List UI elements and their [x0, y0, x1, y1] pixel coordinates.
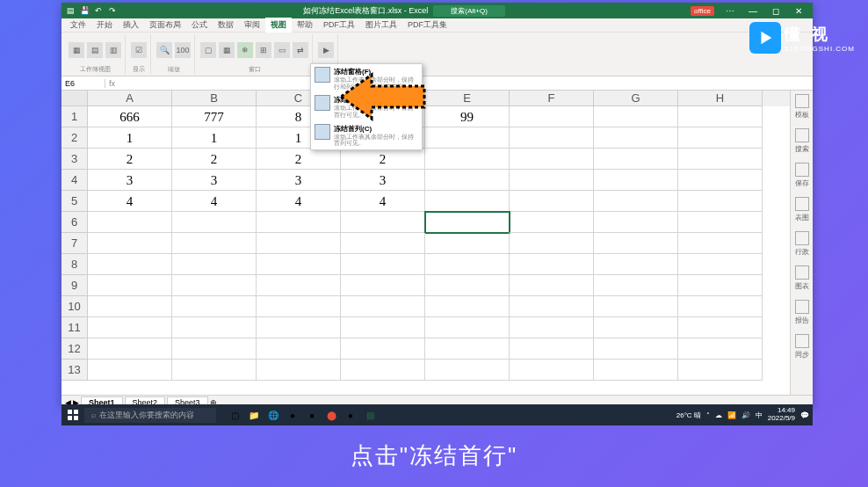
- cell[interactable]: [172, 360, 257, 381]
- cell[interactable]: 3: [257, 170, 341, 191]
- cell[interactable]: [594, 106, 678, 127]
- tray-cloud-icon[interactable]: ☁: [715, 411, 722, 419]
- cell[interactable]: 3: [341, 170, 425, 191]
- split-icon[interactable]: ⊞: [256, 42, 271, 58]
- cell[interactable]: [88, 360, 172, 381]
- cell[interactable]: [594, 275, 678, 296]
- cell[interactable]: [510, 212, 594, 233]
- tab-layout[interactable]: 页面布局: [144, 18, 186, 33]
- row-header[interactable]: 7: [61, 233, 88, 254]
- panel-search[interactable]: 搜索: [793, 128, 811, 154]
- row-header[interactable]: 2: [61, 127, 88, 149]
- row-header[interactable]: 10: [61, 296, 88, 317]
- app1-icon[interactable]: ●: [285, 407, 300, 423]
- cell[interactable]: [678, 317, 763, 338]
- cell[interactable]: [425, 275, 510, 296]
- taskbar-search[interactable]: ⌕ 在这里输入你要搜索的内容: [84, 408, 216, 423]
- cell[interactable]: 777: [172, 106, 257, 127]
- cell[interactable]: [257, 275, 341, 296]
- freeze-top-row-item[interactable]: 冻结首行(R)滚动工作表其余部分时，保持首行可见。: [311, 92, 422, 120]
- cell[interactable]: 1: [172, 127, 257, 149]
- task-view-icon[interactable]: ▢: [227, 407, 242, 423]
- excel-taskbar-icon[interactable]: ▤: [362, 407, 378, 423]
- col-header-h[interactable]: H: [678, 91, 763, 106]
- cell[interactable]: [425, 212, 510, 233]
- panel-report[interactable]: 报告: [793, 300, 811, 325]
- pagebreak-icon[interactable]: ▤: [87, 42, 103, 58]
- row-header[interactable]: 5: [61, 191, 88, 212]
- cell[interactable]: 2: [341, 149, 425, 170]
- panel-admin[interactable]: 行政: [793, 231, 811, 257]
- cell[interactable]: [678, 149, 763, 170]
- cell[interactable]: 3: [88, 170, 172, 191]
- cell[interactable]: [172, 254, 257, 275]
- col-header-a[interactable]: A: [88, 91, 172, 106]
- tab-insert[interactable]: 插入: [118, 18, 144, 33]
- weather-widget[interactable]: 26°C 晴: [676, 411, 701, 420]
- pagelayout-icon[interactable]: ▥: [105, 42, 121, 58]
- newwindow-icon[interactable]: ▢: [200, 42, 216, 58]
- panel-graph[interactable]: 图表: [793, 265, 811, 291]
- panel-sync[interactable]: 同步: [793, 334, 811, 360]
- cell[interactable]: [172, 338, 257, 360]
- cell[interactable]: [341, 212, 425, 233]
- edge-icon[interactable]: 🌐: [265, 407, 281, 423]
- freeze-panes-icon[interactable]: ❄: [237, 42, 253, 58]
- close-icon[interactable]: ✕: [788, 4, 809, 18]
- cell[interactable]: [257, 254, 341, 275]
- cell[interactable]: [341, 338, 425, 360]
- cell[interactable]: [425, 191, 510, 212]
- cell[interactable]: [172, 233, 257, 254]
- tab-help[interactable]: 帮助: [292, 18, 318, 33]
- cell[interactable]: [510, 233, 594, 254]
- zoom-icon[interactable]: 🔍: [156, 42, 172, 58]
- cell[interactable]: [678, 212, 763, 233]
- cell[interactable]: [257, 338, 341, 360]
- cell[interactable]: [678, 360, 763, 381]
- cell[interactable]: 2: [172, 149, 257, 170]
- cell[interactable]: [341, 317, 425, 338]
- cell[interactable]: [88, 317, 172, 338]
- cell[interactable]: [172, 275, 257, 296]
- cell[interactable]: [510, 338, 594, 360]
- cell[interactable]: [678, 338, 763, 360]
- row-header[interactable]: 3: [61, 149, 88, 170]
- cell[interactable]: 3: [172, 170, 257, 191]
- app2-icon[interactable]: ●: [304, 407, 320, 423]
- tray-up-icon[interactable]: ˄: [706, 411, 710, 419]
- cell[interactable]: [425, 360, 510, 381]
- tray-network-icon[interactable]: 📶: [727, 411, 736, 419]
- select-all-corner[interactable]: [61, 91, 88, 106]
- start-button[interactable]: [65, 407, 81, 423]
- cell[interactable]: [172, 212, 257, 233]
- panel-template[interactable]: 模板: [793, 94, 811, 120]
- tab-data[interactable]: 数据: [213, 18, 239, 33]
- cell[interactable]: [425, 170, 510, 191]
- cell[interactable]: [510, 191, 594, 212]
- arrange-icon[interactable]: ▦: [219, 42, 235, 58]
- row-header[interactable]: 11: [61, 317, 88, 338]
- maximize-icon[interactable]: ◻: [765, 4, 786, 18]
- cell[interactable]: [425, 149, 510, 170]
- cell[interactable]: [594, 254, 678, 275]
- cell[interactable]: 4: [172, 191, 257, 212]
- tab-picture[interactable]: 图片工具: [360, 18, 402, 33]
- tab-view[interactable]: 视图: [265, 18, 292, 33]
- hide-icon[interactable]: ▭: [274, 42, 290, 58]
- fx-icon[interactable]: fx: [105, 79, 119, 88]
- cell[interactable]: [594, 296, 678, 317]
- notifications-icon[interactable]: 💬: [800, 411, 809, 419]
- cell[interactable]: [510, 254, 594, 275]
- row-header[interactable]: 9: [61, 275, 88, 296]
- row-header[interactable]: 6: [61, 212, 88, 233]
- cell[interactable]: [678, 170, 763, 191]
- record-icon[interactable]: ⬤: [323, 407, 339, 423]
- cell[interactable]: [678, 296, 763, 317]
- search-box[interactable]: 搜索(Alt+Q): [433, 5, 505, 17]
- cell[interactable]: [678, 275, 763, 296]
- spreadsheet-grid[interactable]: A B C D E F G H 166677789921111322224333…: [61, 91, 790, 395]
- col-header-g[interactable]: G: [594, 91, 678, 106]
- tab-pdfset[interactable]: PDF工具集: [402, 18, 452, 33]
- app3-icon[interactable]: ●: [343, 407, 358, 423]
- cell[interactable]: [510, 170, 594, 191]
